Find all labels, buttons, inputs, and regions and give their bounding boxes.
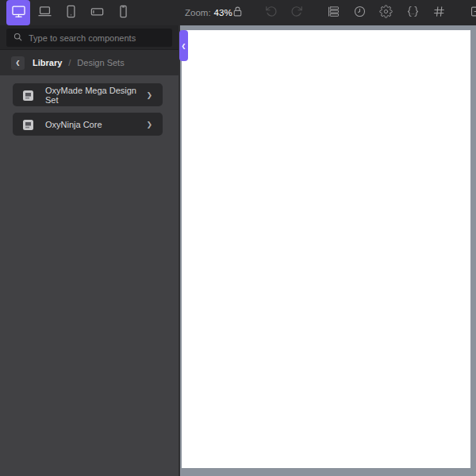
- lock-button[interactable]: [228, 0, 246, 25]
- structure-icon: [327, 5, 340, 21]
- phone-landscape-icon: [90, 4, 105, 21]
- search-icon: [13, 31, 23, 45]
- tablet-icon: [63, 4, 79, 21]
- search-box[interactable]: [6, 29, 172, 47]
- design-set-thumbnail: [23, 90, 33, 100]
- chevron-right-icon: ❯: [146, 91, 152, 99]
- gear-icon: [379, 5, 393, 21]
- laptop-icon: [37, 4, 52, 21]
- history-button[interactable]: [350, 0, 369, 25]
- zoom-label: Zoom:: [185, 8, 211, 17]
- components-sidebar: ❮ Library / Design Sets OxyMade Mega Des…: [0, 25, 180, 476]
- device-tab-desktop[interactable]: [6, 0, 30, 25]
- device-tab-phone-portrait[interactable]: [111, 0, 135, 25]
- design-set-item-oxymade[interactable]: OxyMade Mega Design Set ❯: [13, 83, 163, 106]
- monitor-icon: [11, 4, 26, 21]
- design-set-thumbnail: [23, 119, 33, 129]
- redo-button[interactable]: [287, 0, 305, 25]
- design-set-item-oxyninja[interactable]: OxyNinja Core ❯: [13, 113, 163, 136]
- top-toolbar: Zoom: 43%: [0, 0, 476, 25]
- breadcrumb-back-button[interactable]: ❮: [11, 56, 25, 70]
- hash-icon: [432, 5, 446, 21]
- settings-button[interactable]: [376, 0, 395, 25]
- structure-button[interactable]: [324, 0, 343, 25]
- design-set-label: OxyNinja Core: [45, 120, 102, 129]
- lock-icon: [231, 5, 244, 21]
- breadcrumb-library[interactable]: Library: [33, 58, 62, 67]
- design-set-label: OxyMade Mega Design Set: [45, 86, 146, 105]
- breadcrumb: ❮ Library / Design Sets: [0, 50, 178, 75]
- braces-icon: [406, 5, 420, 21]
- zoom-indicator: Zoom: 43%: [185, 0, 232, 25]
- chevron-left-icon: ❮: [16, 60, 21, 66]
- page-canvas[interactable]: [182, 30, 470, 468]
- grid-button[interactable]: [429, 0, 448, 25]
- sidebar-collapse-handle[interactable]: ❮: [179, 30, 188, 61]
- device-tab-laptop[interactable]: [33, 0, 56, 25]
- stylesheets-button[interactable]: [402, 0, 423, 25]
- exit-button[interactable]: [463, 0, 476, 25]
- chevron-right-icon: ❯: [146, 121, 152, 129]
- design-set-list: OxyMade Mega Design Set ❯ OxyNinja Core …: [0, 75, 178, 136]
- phone-portrait-icon: [116, 4, 131, 21]
- exit-icon: [469, 5, 476, 21]
- breadcrumb-current: Design Sets: [77, 58, 124, 67]
- search-input[interactable]: [29, 33, 166, 43]
- responsive-device-tabs: [6, 0, 135, 25]
- device-tab-phone-landscape[interactable]: [85, 0, 109, 25]
- breadcrumb-separator: /: [68, 58, 71, 67]
- canvas-area: ❮: [180, 25, 476, 476]
- undo-icon: [265, 5, 278, 21]
- device-tab-tablet[interactable]: [59, 0, 83, 25]
- clock-icon: [353, 5, 367, 21]
- search-row: [0, 25, 178, 50]
- undo-button[interactable]: [263, 0, 280, 25]
- chevron-left-icon: ❮: [182, 43, 186, 49]
- redo-icon: [290, 5, 303, 21]
